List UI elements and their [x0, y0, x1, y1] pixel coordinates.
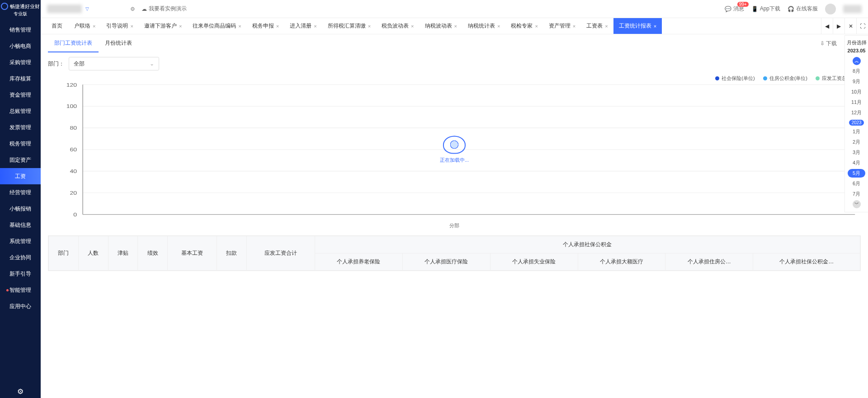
nav-item-15[interactable]: 新手引导: [0, 266, 41, 282]
th-sub-4: 个人承担住房公…: [665, 253, 753, 271]
tab-close-icon[interactable]: ×: [497, 23, 500, 29]
nav-item-8[interactable]: 固定资产: [0, 152, 41, 168]
tab-2[interactable]: 邀请下游客户×: [139, 18, 187, 34]
nav-item-4[interactable]: 资金管理: [0, 87, 41, 103]
month-option[interactable]: 10月: [845, 87, 868, 97]
scroll-up-button[interactable]: ︽: [853, 57, 861, 65]
month-option[interactable]: 6月: [845, 178, 868, 189]
tab-close-icon[interactable]: ×: [573, 23, 576, 29]
filter-row: 部门： 全部 ⌄: [41, 52, 868, 75]
nav-item-16[interactable]: 智能管理: [0, 282, 41, 298]
th-5: 扣款: [217, 236, 246, 271]
month-option[interactable]: 7月: [845, 189, 868, 199]
tab-5[interactable]: 进入清册×: [284, 18, 322, 34]
nav-item-3[interactable]: 库存核算: [0, 70, 41, 87]
subtab-1[interactable]: 月份统计表: [99, 35, 138, 52]
nav-item-11[interactable]: 小畅报销: [0, 201, 41, 217]
tab-12[interactable]: 工资表×: [581, 18, 613, 34]
tab-close-icon[interactable]: ×: [654, 23, 656, 29]
message-icon: 💬: [725, 6, 731, 12]
month-option[interactable]: 11月: [845, 97, 868, 108]
tab-close-icon[interactable]: ×: [314, 23, 316, 29]
tab-next-button[interactable]: ▶: [833, 18, 844, 34]
nav-item-0[interactable]: 销售管理: [0, 22, 41, 38]
nav-item-13[interactable]: 系统管理: [0, 233, 41, 249]
tab-close-icon[interactable]: ×: [238, 23, 241, 29]
tab-close-icon[interactable]: ×: [411, 23, 414, 29]
tab-4[interactable]: 税务申报×: [247, 18, 284, 34]
month-option[interactable]: 5月: [848, 169, 865, 178]
month-option[interactable]: 8月: [845, 66, 868, 76]
tab-close-icon[interactable]: ×: [93, 23, 95, 29]
month-option[interactable]: 1月: [845, 126, 868, 137]
content: 部门工资统计表月份统计表 ⇩下载 ↻刷新 部门： 全部 ⌄ 社会保险(单位)住房…: [41, 34, 868, 398]
legend-item[interactable]: 社会保险(单位): [715, 75, 755, 82]
month-option[interactable]: 4月: [845, 158, 868, 168]
th-4: 基本工资: [168, 236, 217, 271]
app-download-button[interactable]: 📱 App下载: [751, 5, 780, 13]
month-option[interactable]: 9月: [845, 76, 868, 87]
nav-item-12[interactable]: 基础信息: [0, 217, 41, 233]
month-option[interactable]: 2月: [845, 137, 868, 147]
message-badge: 99+: [737, 2, 749, 7]
online-service-button[interactable]: 🎧 在线客服: [788, 5, 818, 13]
th-6: 应发工资合计: [246, 236, 315, 271]
scroll-down-button[interactable]: ︾: [853, 200, 861, 208]
demo-link[interactable]: ☁ 我要看实例演示: [142, 5, 187, 13]
tab-close-icon[interactable]: ×: [179, 23, 182, 29]
nav-item-6[interactable]: 发票管理: [0, 119, 41, 136]
nav-item-2[interactable]: 采购管理: [0, 54, 41, 70]
th-sub-2: 个人承担失业保险: [490, 253, 578, 271]
tab-close-icon[interactable]: ×: [454, 23, 457, 29]
phone-icon: 📱: [751, 6, 758, 12]
fullscreen-button[interactable]: ⛶: [856, 18, 868, 34]
tab-close-all-button[interactable]: ✕: [844, 18, 856, 34]
nav-item-5[interactable]: 总账管理: [0, 103, 41, 119]
nav-menu: 销售管理小畅电商采购管理库存核算资金管理总账管理发票管理税务管理固定资产工资经营…: [0, 22, 41, 384]
tab-9[interactable]: 纳税统计表×: [462, 18, 505, 34]
year-badge: 2023: [849, 120, 863, 126]
tab-8[interactable]: 纳税波动表×: [420, 18, 462, 34]
loading-text: 正在加载中...: [440, 157, 469, 164]
tab-prev-button[interactable]: ◀: [821, 18, 833, 34]
svg-text:0: 0: [73, 211, 77, 218]
month-option[interactable]: 3月: [845, 147, 868, 158]
subtab-0[interactable]: 部门工资统计表: [48, 35, 99, 52]
nav-item-10[interactable]: 经营管理: [0, 184, 41, 201]
tab-3[interactable]: 往来单位商品编码×: [187, 18, 246, 34]
tab-close-icon[interactable]: ×: [605, 23, 608, 29]
tab-close-icon[interactable]: ×: [276, 23, 279, 29]
nav-item-14[interactable]: 企业协同: [0, 249, 41, 266]
svg-text:40: 40: [70, 168, 77, 174]
nav-item-9[interactable]: 工资: [0, 168, 41, 184]
nav-item-1[interactable]: 小畅电商: [0, 38, 41, 54]
legend-item[interactable]: 住房公积金(单位): [763, 75, 807, 82]
loading-indicator: 正在加载中...: [440, 136, 469, 164]
tab-1[interactable]: 引导说明×: [101, 18, 138, 34]
tab-11[interactable]: 资产管理×: [543, 18, 581, 34]
tab-6[interactable]: 所得税汇算清缴×: [322, 18, 376, 34]
company-selector[interactable]: ████ ▽: [47, 5, 124, 13]
brand-edition: 专业版: [14, 11, 27, 17]
tab-close-icon[interactable]: ×: [535, 23, 538, 29]
tab-13[interactable]: 工资统计报表×: [613, 18, 662, 34]
th-sub-3: 个人承担大额医疗: [578, 253, 665, 271]
tab-10[interactable]: 税检专家×: [505, 18, 543, 34]
download-button[interactable]: ⇩下载: [820, 40, 837, 47]
tab-0[interactable]: 户联络×: [69, 18, 101, 34]
department-select[interactable]: 全部 ⌄: [69, 57, 159, 70]
messages-button[interactable]: 💬 消息 99+: [725, 5, 744, 13]
data-table: 部门人数津贴绩效基本工资扣款应发工资合计个人承担社保公积金个人承担养老保险个人承…: [48, 235, 861, 271]
gear-icon[interactable]: ⚙: [130, 6, 135, 12]
tab-home[interactable]: 首页: [45, 18, 69, 34]
tab-7[interactable]: 税负波动表×: [376, 18, 419, 34]
avatar[interactable]: [825, 4, 836, 14]
tab-close-icon[interactable]: ×: [368, 23, 371, 29]
brand-logo: 畅捷通好业财: [1, 0, 40, 11]
th-sub-0: 个人承担养老保险: [315, 253, 402, 271]
nav-item-7[interactable]: 税务管理: [0, 136, 41, 152]
settings-gear-icon[interactable]: ⚙: [17, 384, 24, 398]
tab-close-icon[interactable]: ×: [130, 23, 133, 29]
nav-item-17[interactable]: 应用中心: [0, 298, 41, 314]
month-option[interactable]: 12月: [845, 108, 868, 118]
